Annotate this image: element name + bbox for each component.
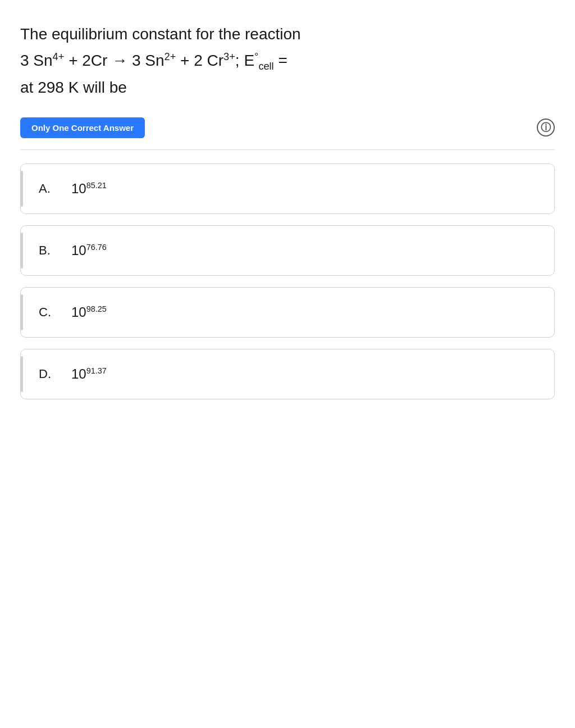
info-icon[interactable]: ⓘ	[537, 119, 555, 136]
option-d-letter: D.	[39, 367, 56, 381]
option-c-value: 1098.25	[71, 304, 107, 320]
option-c-letter: C.	[39, 305, 56, 320]
question-line3: at 298 K will be	[20, 76, 555, 99]
only-one-correct-badge: Only One Correct Answer	[20, 117, 145, 138]
option-a[interactable]: A. 1085.21	[20, 163, 555, 214]
question-container: The equilibrium constant for the reactio…	[20, 22, 555, 399]
option-c[interactable]: C. 1098.25	[20, 287, 555, 338]
badge-row: Only One Correct Answer ⓘ	[20, 117, 555, 138]
option-b[interactable]: B. 1076.76	[20, 225, 555, 276]
option-a-letter: A.	[39, 181, 56, 196]
option-b-letter: B.	[39, 243, 56, 258]
options-list: A. 1085.21 B. 1076.76 C. 1098.25 D. 1091…	[20, 163, 555, 399]
option-d[interactable]: D. 1091.37	[20, 349, 555, 399]
option-d-value: 1091.37	[71, 366, 107, 382]
question-text: The equilibrium constant for the reactio…	[20, 22, 555, 99]
option-b-value: 1076.76	[71, 243, 107, 258]
question-line1: The equilibrium constant for the reactio…	[20, 22, 555, 46]
option-a-value: 1085.21	[71, 181, 107, 197]
divider	[20, 149, 555, 150]
question-line2: 3 Sn4+ + 2Cr → 3 Sn2+ + 2 Cr3+; E°cell =	[20, 48, 555, 74]
